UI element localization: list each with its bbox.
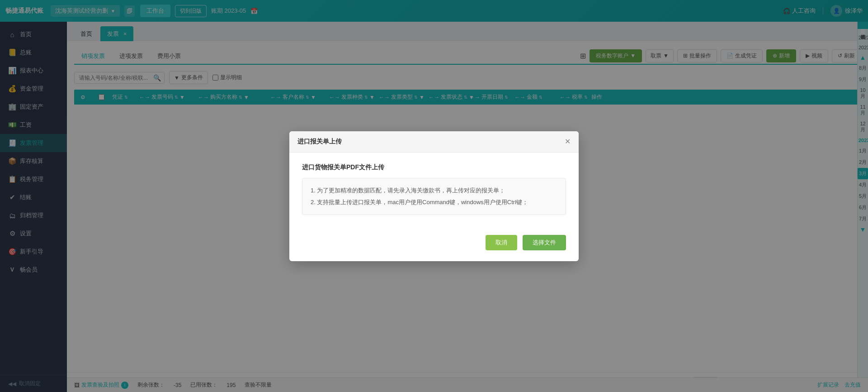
modal-body: 进口货物报关单PDF文件上传 1. 为了更加精准的数据匹配，请先录入海关缴款书，… (289, 153, 579, 235)
modal-header: 进口报关单上传 ✕ (289, 131, 579, 153)
modal-info-line-2: 2. 支持批量上传进口报关单，mac用户使用Command键，windows用户… (311, 196, 557, 208)
modal-close-btn[interactable]: ✕ (565, 138, 571, 145)
modal-title: 进口报关单上传 (297, 138, 342, 146)
modal-info-box: 1. 为了更加精准的数据匹配，请先录入海关缴款书，再上传对应的报关单； 2. 支… (302, 178, 566, 215)
modal-section-title: 进口货物报关单PDF文件上传 (302, 163, 566, 172)
modal-overlay: 进口报关单上传 ✕ 进口货物报关单PDF文件上传 1. 为了更加精准的数据匹配，… (0, 0, 868, 392)
modal-select-file-btn[interactable]: 选择文件 (523, 235, 566, 250)
modal-info-line-1: 1. 为了更加精准的数据匹配，请先录入海关缴款书，再上传对应的报关单； (311, 185, 557, 196)
modal-footer: 取消 选择文件 (289, 235, 579, 261)
modal-cancel-btn[interactable]: 取消 (486, 235, 517, 250)
import-customs-modal: 进口报关单上传 ✕ 进口货物报关单PDF文件上传 1. 为了更加精准的数据匹配，… (289, 131, 579, 261)
